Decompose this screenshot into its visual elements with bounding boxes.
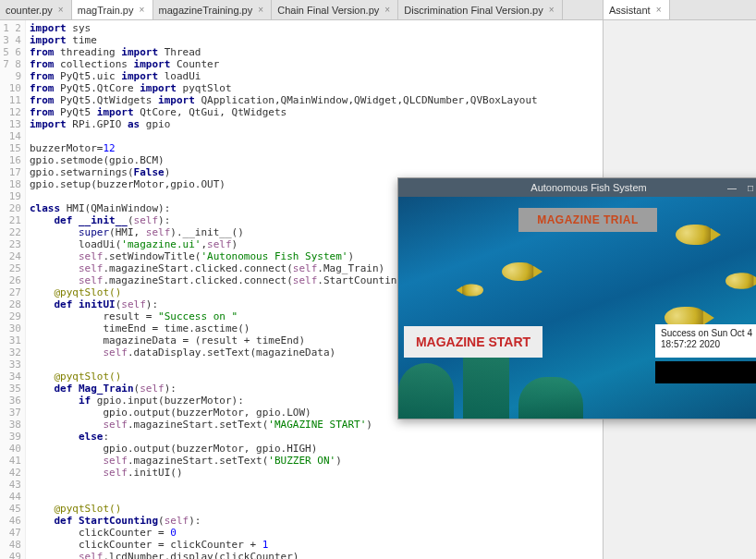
tab-magazinetraining-py[interactable]: magazineTraining.py× (153, 0, 273, 19)
app-window-title: Autonomous Fish System (530, 182, 646, 193)
tab-label: counter.py (6, 5, 53, 16)
line-number-gutter: 1 2 3 4 5 6 7 8 9 10 11 12 13 14 15 16 1… (0, 20, 26, 559)
tab-magtrain-py[interactable]: magTrain.py× (72, 0, 153, 19)
fish-decoration (502, 262, 535, 281)
maximize-button[interactable]: □ (742, 181, 756, 194)
tab-counter-py[interactable]: counter.py× (0, 0, 72, 19)
assistant-tabbar: Assistant × (604, 0, 756, 20)
tab-label: magTrain.py (78, 5, 134, 16)
app-window[interactable]: Autonomous Fish System — □ × MAGAZINE TR… (397, 177, 756, 419)
fish-decoration (461, 284, 483, 296)
fish-decoration (726, 273, 755, 289)
fish-decoration (676, 225, 713, 245)
close-icon[interactable]: × (138, 6, 147, 15)
close-icon[interactable]: × (547, 6, 556, 15)
close-icon[interactable]: × (654, 6, 664, 15)
status-line: 18:57:22 2020 (661, 339, 756, 350)
status-display: Success on Sun Oct 4 18:57:22 2020 (655, 324, 756, 358)
lcd-display (655, 361, 756, 383)
tab-label: Discrimination Final Version.py (404, 5, 543, 16)
magazine-trial-banner: MAGAZINE TRIAL (518, 208, 657, 232)
tab-discrimination-final-version-py[interactable]: Discrimination Final Version.py× (398, 0, 562, 19)
tab-assistant[interactable]: Assistant × (604, 0, 670, 19)
app-window-body: MAGAZINE TRIAL MAGAZINE START Success on… (398, 197, 756, 419)
tab-label: Assistant (609, 5, 651, 16)
editor-tabbar: counter.py×magTrain.py×magazineTraining.… (0, 0, 603, 20)
magazine-start-button[interactable]: MAGAZINE START (404, 326, 543, 358)
minimize-button[interactable]: — (724, 181, 740, 194)
coral-decoration (398, 363, 454, 419)
close-icon[interactable]: × (256, 6, 265, 15)
tab-label: magazineTraining.py (159, 5, 253, 16)
tab-label: Chain Final Version.py (277, 5, 379, 16)
coral-decoration (518, 377, 583, 419)
status-line: Success on Sun Oct 4 (661, 328, 756, 339)
window-controls: — □ × (724, 178, 756, 197)
tab-chain-final-version-py[interactable]: Chain Final Version.py× (272, 0, 398, 19)
close-icon[interactable]: × (383, 6, 392, 15)
app-window-titlebar[interactable]: Autonomous Fish System — □ × (398, 178, 756, 197)
close-icon[interactable]: × (56, 6, 66, 15)
